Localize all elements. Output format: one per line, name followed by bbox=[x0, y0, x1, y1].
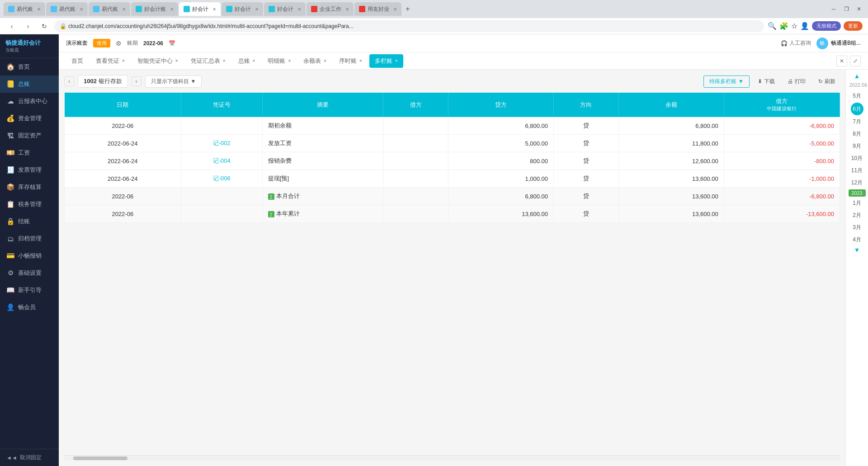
cell-extra: -1,000.00 bbox=[724, 170, 840, 188]
tab-balance-table[interactable]: 余额表 × bbox=[298, 54, 332, 68]
browser-tab-1[interactable]: 易代账 ✕ bbox=[4, 2, 45, 16]
scroll-down-button[interactable]: ▼ bbox=[854, 246, 860, 254]
incognito-button[interactable]: 无痕模式 bbox=[812, 21, 841, 31]
tab-close-6[interactable]: ✕ bbox=[255, 7, 259, 12]
month-jun[interactable]: 6月 bbox=[851, 103, 863, 115]
voucher-link[interactable]: 记-006 bbox=[213, 175, 231, 182]
month-nov[interactable]: 11月 bbox=[849, 165, 866, 176]
tab-close-8[interactable]: ✕ bbox=[345, 7, 349, 12]
month-feb[interactable]: 2月 bbox=[849, 210, 866, 221]
voucher-link[interactable]: 记-002 bbox=[213, 140, 231, 146]
url-bar[interactable]: 🔒 cloud2.chanjet.com/accounting/uh26t264… bbox=[54, 20, 764, 32]
tab-home[interactable]: 首页 bbox=[66, 54, 89, 68]
scroll-up-button[interactable]: ▲ bbox=[854, 72, 860, 80]
restore-button[interactable]: ❐ bbox=[841, 4, 852, 14]
tab-detail-ledger[interactable]: 明细账 × bbox=[262, 54, 296, 68]
tab-close-5[interactable]: ✕ bbox=[212, 7, 216, 12]
sidebar-item-salary[interactable]: 💴 工资 bbox=[0, 144, 59, 161]
tab-close-4[interactable]: ✕ bbox=[170, 7, 174, 12]
sidebar-item-invoice[interactable]: 🧾 发票管理 bbox=[0, 161, 59, 179]
sidebar-item-tax[interactable]: 📋 税务管理 bbox=[0, 196, 59, 213]
cell-voucher-no: 记-002 bbox=[181, 135, 262, 152]
month-aug[interactable]: 8月 bbox=[849, 128, 866, 140]
tab-journal[interactable]: 序时账 × bbox=[334, 54, 368, 68]
tab-general-ledger[interactable]: 总账 × bbox=[233, 54, 261, 68]
browser-tab-9[interactable]: 用友好业 ✕ bbox=[354, 2, 401, 16]
tab-multi-col[interactable]: 多栏账 × bbox=[369, 54, 403, 68]
collapse-panel-button[interactable]: ✕ bbox=[836, 56, 847, 66]
tab-view-voucher[interactable]: 查看凭证 × bbox=[90, 54, 130, 68]
month-mar[interactable]: 3月 bbox=[849, 222, 866, 233]
voucher-link[interactable]: 记-004 bbox=[213, 157, 231, 164]
sidebar-item-expense[interactable]: 💳 小畅报销 bbox=[0, 247, 59, 264]
unpin-button[interactable]: ◄◄ 取消固定 bbox=[6, 454, 52, 461]
horizontal-scrollbar[interactable] bbox=[64, 455, 840, 461]
expand-panel-button[interactable]: ⤢ bbox=[850, 56, 861, 66]
extension-icon[interactable]: 🧩 bbox=[779, 22, 788, 30]
customer-service-button[interactable]: 🎧 人工咨询 bbox=[781, 39, 811, 47]
tab-general-ledger-close[interactable]: × bbox=[253, 58, 255, 63]
user-info[interactable]: 畅 畅通通B组... bbox=[816, 38, 861, 49]
reload-button[interactable]: ↻ bbox=[38, 20, 51, 33]
tab-journal-close[interactable]: × bbox=[359, 58, 362, 63]
sidebar-item-fixed-assets[interactable]: 🏗 固定资产 bbox=[0, 127, 59, 144]
scroll-thumb[interactable] bbox=[73, 457, 127, 460]
sidebar-bottom: ◄◄ 取消固定 bbox=[0, 449, 59, 466]
back-button[interactable]: ‹ bbox=[5, 20, 18, 33]
sidebar-item-archive[interactable]: 🗂 归档管理 bbox=[0, 230, 59, 247]
show-sub-dropdown[interactable]: 只显示下级科目 ▼ bbox=[145, 75, 202, 88]
sidebar-item-settings[interactable]: ⚙ 基础设置 bbox=[0, 264, 59, 282]
tab-close-3[interactable]: ✕ bbox=[122, 7, 126, 12]
sidebar-item-general-ledger[interactable]: 📒 总账 bbox=[0, 75, 59, 93]
profile-icon[interactable]: 👤 bbox=[800, 22, 809, 30]
download-button[interactable]: ⬇ 下载 bbox=[753, 76, 779, 87]
tab-view-voucher-close[interactable]: × bbox=[122, 58, 125, 63]
search-icon[interactable]: 🔍 bbox=[768, 22, 777, 30]
settings-icon[interactable]: ⚙ bbox=[116, 40, 122, 47]
bookmark-icon[interactable]: ☆ bbox=[791, 22, 797, 30]
sidebar-item-member[interactable]: 👤 畅会员 bbox=[0, 299, 59, 316]
browser-tab-6[interactable]: 好会计 ✕ bbox=[222, 2, 263, 16]
sidebar-item-home[interactable]: 🏠 首页 bbox=[0, 58, 59, 75]
sidebar-item-guide[interactable]: 📖 新手引导 bbox=[0, 282, 59, 299]
update-button[interactable]: 更新 bbox=[844, 21, 863, 31]
month-jul[interactable]: 7月 bbox=[849, 116, 866, 127]
sidebar-item-cloud-report[interactable]: ☁ 云报表中心 bbox=[0, 93, 59, 110]
browser-tab-4[interactable]: 好会计账 ✕ bbox=[131, 2, 178, 16]
month-oct[interactable]: 10月 bbox=[849, 153, 866, 164]
browser-tab-5[interactable]: 好会计 ✕ bbox=[179, 2, 221, 16]
tab-smart-voucher[interactable]: 智能凭证中心 × bbox=[132, 54, 184, 68]
refresh-button[interactable]: ↻ 刷新 bbox=[814, 76, 840, 87]
tab-voucher-summary[interactable]: 凭证汇总表 × bbox=[185, 54, 231, 68]
next-account-button[interactable]: › bbox=[132, 76, 142, 86]
minimize-button[interactable]: ─ bbox=[828, 4, 839, 14]
tab-detail-ledger-close[interactable]: × bbox=[288, 58, 291, 63]
close-button[interactable]: ✕ bbox=[854, 4, 864, 14]
browser-tab-3[interactable]: 易代账 ✕ bbox=[89, 2, 130, 16]
tab-close-2[interactable]: ✕ bbox=[80, 7, 83, 12]
month-dec[interactable]: 12月 bbox=[849, 177, 866, 188]
browser-tab-7[interactable]: 好会计 ✕ bbox=[264, 2, 306, 16]
sidebar-item-fund[interactable]: 💰 资金管理 bbox=[0, 110, 59, 127]
prev-account-button[interactable]: ‹ bbox=[64, 76, 74, 86]
month-may[interactable]: 5月 bbox=[849, 90, 866, 102]
tab-balance-table-close[interactable]: × bbox=[324, 58, 326, 63]
tab-close-1[interactable]: ✕ bbox=[37, 7, 41, 12]
sidebar-item-close[interactable]: 🔒 结账 bbox=[0, 213, 59, 230]
tab-close-7[interactable]: ✕ bbox=[297, 7, 301, 12]
browser-tab-2[interactable]: 易代账 ✕ bbox=[46, 2, 88, 16]
tab-smart-voucher-close[interactable]: × bbox=[175, 58, 178, 63]
forward-button[interactable]: › bbox=[22, 20, 34, 33]
tab-multi-col-close[interactable]: × bbox=[395, 58, 398, 63]
month-jan[interactable]: 1月 bbox=[849, 198, 866, 209]
calendar-icon[interactable]: 📅 bbox=[169, 40, 175, 47]
sidebar-item-inventory[interactable]: 📦 库存核算 bbox=[0, 179, 59, 196]
tab-voucher-summary-close[interactable]: × bbox=[223, 58, 226, 63]
browser-tab-8[interactable]: 企业工作 ✕ bbox=[307, 2, 354, 16]
print-button[interactable]: 🖨 打印 bbox=[783, 76, 810, 87]
multi-col-btn[interactable]: 特殊多栏账 ▼ bbox=[703, 75, 750, 88]
new-tab-button[interactable]: + bbox=[402, 4, 413, 14]
month-apr[interactable]: 4月 bbox=[849, 234, 866, 245]
tab-close-9[interactable]: ✕ bbox=[393, 7, 397, 12]
month-sep[interactable]: 9月 bbox=[849, 141, 866, 152]
